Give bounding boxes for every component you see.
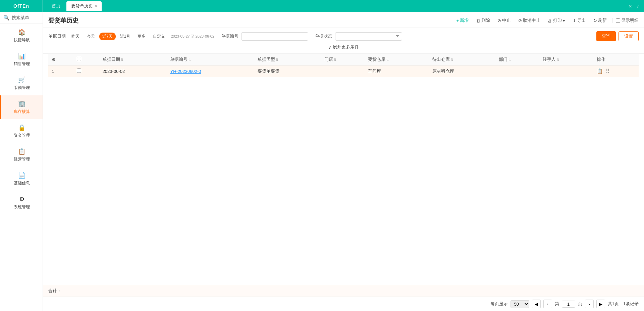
stop-button[interactable]: ⊘ 中止 — [495, 16, 513, 25]
sidebar-search[interactable]: 🔍 搜索菜单 — [0, 12, 43, 24]
main-area: 首页 要货单历史 × ✕ ⤢ 要货单历史 + 新增 🗑 删除 — [43, 0, 644, 311]
doc-no-filter-group: 单据编号 — [221, 32, 308, 41]
cell-action-0: 📋 ⠿ — [593, 65, 639, 77]
operation-icon: 📋 — [18, 148, 25, 155]
date-btn-today[interactable]: 今天 — [84, 33, 98, 40]
cell-shop-0 — [321, 65, 365, 77]
col-doc-date[interactable]: 单据日期⇅ — [99, 54, 167, 65]
col-shop[interactable]: 门店⇅ — [321, 54, 365, 65]
sales-icon: 📊 — [18, 52, 25, 60]
cancel-stop-button[interactable]: ⊘ 取消中止 — [516, 16, 542, 25]
export-button[interactable]: ⤓ 导出 — [571, 16, 588, 25]
col-handler[interactable]: 经手人⇅ — [539, 54, 593, 65]
filter-bar: 单据日期 昨天 今天 近7天 近1月 更多 自定义 2023-05-27 至 2… — [43, 28, 644, 54]
cell-doctype-0: 要货单要货 — [254, 65, 321, 77]
basic-info-icon: 📄 — [18, 172, 25, 179]
col-action: 操作 — [593, 54, 639, 65]
status-select[interactable] — [335, 32, 402, 41]
next-page-btn[interactable]: › — [585, 300, 594, 308]
show-detail-checkbox[interactable] — [616, 18, 620, 23]
sidebar-item-purchase[interactable]: 🛒 采购管理 — [0, 72, 43, 95]
first-page-btn[interactable]: ◀ — [532, 300, 541, 308]
stop-label: 中止 — [502, 17, 511, 24]
show-detail-toggle[interactable]: 显示明细 — [616, 17, 639, 24]
page-number-input[interactable] — [562, 301, 575, 308]
quick-nav-icon: 🏠 — [18, 29, 25, 36]
inventory-icon: 🏢 — [18, 100, 25, 107]
page-size-select[interactable]: 50 10 20 100 — [511, 300, 529, 308]
print-icon: 🖨 — [548, 18, 552, 23]
window-close-btn[interactable]: ✕ — [629, 4, 632, 9]
search-button[interactable]: 查询 — [596, 31, 616, 41]
settings-button[interactable]: 设置 — [619, 31, 639, 41]
refresh-button[interactable]: ↻ 刷新 — [591, 16, 609, 25]
date-btn-last1month[interactable]: 近1月 — [117, 33, 133, 40]
toolbar-divider — [612, 18, 612, 23]
date-btn-yesterday[interactable]: 昨天 — [68, 33, 83, 40]
tab-requisition-history-label: 要货单历史 — [71, 3, 93, 9]
cell-handler-0 — [539, 65, 593, 77]
window-maximize-btn[interactable]: ⤢ — [636, 4, 640, 9]
date-range-text: 2023-05-27 至 2023-06-02 — [171, 34, 214, 38]
col-settings[interactable]: ⚙ — [48, 54, 73, 65]
cell-no-0: 1 — [48, 65, 73, 77]
sidebar-nav: 🏠 快捷导航 📊 销售管理 🛒 采购管理 🏢 库存核算 🔒 资金管理 📋 经营管… — [0, 24, 43, 215]
sidebar-item-sales[interactable]: 📊 销售管理 — [0, 48, 43, 72]
date-range-display: 2023-05-27 至 2023-06-02 — [171, 34, 214, 39]
doc-no-input[interactable] — [241, 32, 308, 41]
system-icon: ⚙ — [19, 195, 24, 203]
finance-icon: 🔒 — [18, 124, 25, 131]
tab-home[interactable]: 首页 — [47, 1, 65, 11]
sidebar: OfTEn 🔍 搜索菜单 🏠 快捷导航 📊 销售管理 🛒 采购管理 🏢 库存核算… — [0, 0, 43, 311]
cell-docno-0[interactable]: YH-20230602-0 — [167, 65, 254, 77]
print-button[interactable]: 🖨 打印 ▾ — [546, 16, 567, 25]
delete-button[interactable]: 🗑 删除 — [474, 16, 492, 25]
sidebar-item-inventory[interactable]: 🏢 库存核算 — [0, 95, 43, 119]
page-title: 要货单历史 — [48, 16, 78, 25]
sidebar-item-finance[interactable]: 🔒 资金管理 — [0, 119, 43, 143]
date-btn-last7days[interactable]: 近7天 — [99, 33, 116, 40]
refresh-icon: ↻ — [593, 18, 597, 23]
date-btn-more[interactable]: 更多 — [135, 33, 149, 40]
last-page-btn[interactable]: ▶ — [596, 300, 605, 308]
doc-date-label: 单据日期 — [48, 33, 66, 39]
select-all-checkbox[interactable] — [77, 57, 81, 61]
col-department[interactable]: 部门⇅ — [495, 54, 539, 65]
more-icon-0[interactable]: ⠿ — [606, 68, 609, 74]
col-req-warehouse[interactable]: 要货仓库⇅ — [365, 54, 429, 65]
cell-pendwh-0: 原材料仓库 — [429, 65, 495, 77]
prev-page-btn[interactable]: ‹ — [543, 300, 552, 308]
cell-reqwh-0: 车间库 — [365, 65, 429, 77]
sidebar-item-system[interactable]: ⚙ 系统管理 — [0, 191, 43, 215]
expand-more-label: 展开更多条件 — [333, 44, 359, 50]
new-button[interactable]: + 新增 — [454, 16, 471, 25]
cell-dept-0 — [495, 65, 539, 77]
cancel-stop-label: 取消中止 — [523, 17, 540, 24]
search-menu-label: 搜索菜单 — [12, 15, 29, 21]
page-header: 要货单历史 + 新增 🗑 删除 ⊘ 中止 ⊘ 取消中止 — [43, 12, 644, 28]
delete-icon: 🗑 — [476, 18, 480, 23]
sales-label: 销售管理 — [14, 61, 30, 67]
sidebar-item-quick-nav[interactable]: 🏠 快捷导航 — [0, 24, 43, 48]
date-btn-custom[interactable]: 自定义 — [150, 33, 168, 40]
operation-label: 经营管理 — [14, 157, 30, 162]
system-label: 系统管理 — [14, 204, 30, 210]
sidebar-item-operation[interactable]: 📋 经营管理 — [0, 143, 43, 167]
tab-bar: 首页 要货单历史 × ✕ ⤢ — [43, 0, 644, 12]
tab-close-icon[interactable]: × — [95, 4, 97, 8]
sidebar-item-basic-info[interactable]: 📄 基础信息 — [0, 167, 43, 191]
print-label: 打印 — [553, 17, 562, 24]
table-body: 1 2023-06-02 YH-20230602-0 要货单要货 车间库 原材料… — [48, 65, 639, 77]
page-size-label: 每页显示 — [490, 301, 508, 307]
table-header-row: ⚙ 单据日期⇅ 单据编号⇅ 单据类型⇅ 门店⇅ 要货仓库⇅ 待出仓库⇅ 部门⇅ … — [48, 54, 639, 65]
expand-more-btn[interactable]: ∨ 展开更多条件 — [48, 44, 639, 50]
col-doc-type[interactable]: 单据类型⇅ — [254, 54, 321, 65]
tab-requisition-history[interactable]: 要货单历史 × — [66, 1, 102, 11]
cell-cb-0[interactable] — [73, 65, 99, 77]
col-checkbox[interactable] — [73, 54, 99, 65]
edit-icon-0[interactable]: 📋 — [597, 68, 603, 74]
requisition-table: ⚙ 单据日期⇅ 单据编号⇅ 单据类型⇅ 门店⇅ 要货仓库⇅ 待出仓库⇅ 部门⇅ … — [48, 54, 639, 77]
row-checkbox-0[interactable] — [77, 69, 81, 73]
col-pending-warehouse[interactable]: 待出仓库⇅ — [429, 54, 495, 65]
col-doc-no[interactable]: 单据编号⇅ — [167, 54, 254, 65]
